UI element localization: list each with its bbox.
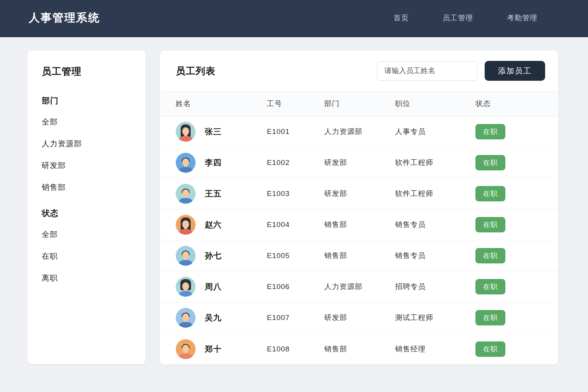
top-nav: 首页员工管理考勤管理 xyxy=(394,13,537,23)
table-row[interactable]: 吴九E1007研发部测试工程师在职 xyxy=(160,302,558,333)
column-header: 部门 xyxy=(324,99,395,109)
status-cell: 在职 xyxy=(475,279,542,294)
status-cell: 在职 xyxy=(475,341,542,357)
page-body: 员工管理 部门全部人力资源部研发部销售部状态全部在职离职 员工列表 添加员工 姓… xyxy=(0,37,588,365)
status-cell: 在职 xyxy=(475,155,542,170)
employee-department: 研发部 xyxy=(324,313,395,323)
employee-id: E1007 xyxy=(267,314,324,322)
name-cell: 周八 xyxy=(176,277,267,297)
column-header: 工号 xyxy=(267,99,324,109)
table-row[interactable]: 张三E1001人力资源部人事专员在职 xyxy=(160,116,558,147)
nav-item-3[interactable]: 考勤管理 xyxy=(507,13,537,23)
status-badge: 在职 xyxy=(475,124,505,139)
sidebar: 员工管理 部门全部人力资源部研发部销售部状态全部在职离职 xyxy=(27,50,146,364)
status-cell: 在职 xyxy=(475,310,542,325)
employee-avatar xyxy=(176,153,196,173)
employee-id: E1002 xyxy=(267,158,324,167)
table-row[interactable]: 赵六E1004销售部销售专员在职 xyxy=(160,209,558,240)
status-badge: 在职 xyxy=(475,217,505,232)
column-header: 状态 xyxy=(475,99,542,109)
table-row[interactable]: 李四E1002研发部软件工程师在职 xyxy=(160,147,558,178)
employee-avatar xyxy=(176,277,196,297)
employee-position: 销售专员 xyxy=(395,251,475,261)
status-badge: 在职 xyxy=(475,341,505,357)
employee-position: 软件工程师 xyxy=(395,189,475,199)
employee-name: 孙七 xyxy=(205,250,222,261)
nav-item-1[interactable]: 首页 xyxy=(394,13,409,23)
sidebar-title: 员工管理 xyxy=(42,65,136,78)
status-cell: 在职 xyxy=(475,186,542,201)
employee-name: 赵六 xyxy=(205,219,222,230)
employee-list-card: 员工列表 添加员工 姓名工号部门职位状态 张三E1001人力资源部人事专员在职李… xyxy=(160,50,559,365)
employee-name: 周八 xyxy=(205,281,222,292)
employee-avatar xyxy=(176,215,196,235)
employee-id: E1006 xyxy=(267,283,324,291)
table-body: 张三E1001人力资源部人事专员在职李四E1002研发部软件工程师在职王五E10… xyxy=(160,116,558,364)
sidebar-section-1: 部门全部人力资源部研发部销售部 xyxy=(42,95,136,193)
status-badge: 在职 xyxy=(475,279,505,294)
employee-name: 郑十 xyxy=(205,344,222,354)
status-cell: 在职 xyxy=(475,124,542,139)
employee-name: 王五 xyxy=(205,188,222,199)
employee-position: 招聘专员 xyxy=(395,282,475,292)
page-title: 员工列表 xyxy=(176,65,216,77)
employee-avatar xyxy=(176,184,196,204)
employee-position: 销售经理 xyxy=(395,344,475,354)
sidebar-sections: 部门全部人力资源部研发部销售部状态全部在职离职 xyxy=(42,95,136,283)
name-cell: 赵六 xyxy=(176,215,267,235)
status-badge: 在职 xyxy=(475,310,505,325)
app-title: 人事管理系统 xyxy=(29,10,100,26)
employee-department: 销售部 xyxy=(324,251,395,261)
employee-id: E1003 xyxy=(267,189,324,198)
employee-avatar xyxy=(176,246,196,266)
name-cell: 郑十 xyxy=(176,339,267,359)
employee-position: 销售专员 xyxy=(395,220,475,230)
name-cell: 孙七 xyxy=(176,246,267,266)
table-row[interactable]: 孙七E1005销售部销售专员在职 xyxy=(160,240,558,271)
name-cell: 王五 xyxy=(176,184,267,204)
sidebar-section-header: 状态 xyxy=(42,208,136,219)
employee-name: 张三 xyxy=(205,126,222,137)
sidebar-item[interactable]: 全部 xyxy=(42,229,136,240)
column-header: 姓名 xyxy=(176,99,267,109)
employee-department: 人力资源部 xyxy=(324,282,395,292)
sidebar-item[interactable]: 人力资源部 xyxy=(42,139,136,149)
name-cell: 张三 xyxy=(176,122,267,142)
add-employee-button[interactable]: 添加员工 xyxy=(485,61,545,81)
sidebar-item[interactable]: 在职 xyxy=(42,251,136,261)
table-row[interactable]: 王五E1003研发部软件工程师在职 xyxy=(160,178,558,209)
sidebar-item[interactable]: 离职 xyxy=(42,273,136,283)
sidebar-item[interactable]: 研发部 xyxy=(42,160,136,171)
status-badge: 在职 xyxy=(475,186,505,201)
employee-department: 研发部 xyxy=(324,158,395,168)
employee-id: E1008 xyxy=(267,345,324,353)
navbar: 人事管理系统 首页员工管理考勤管理 xyxy=(0,0,588,37)
table-row[interactable]: 周八E1006人力资源部招聘专员在职 xyxy=(160,271,558,302)
name-cell: 李四 xyxy=(176,153,267,173)
employee-avatar xyxy=(176,308,196,328)
sidebar-item[interactable]: 全部 xyxy=(42,117,136,127)
table-header-row: 姓名工号部门职位状态 xyxy=(160,91,558,116)
column-header: 职位 xyxy=(395,99,475,109)
nav-item-2[interactable]: 员工管理 xyxy=(443,13,473,23)
employee-department: 研发部 xyxy=(324,189,395,199)
name-cell: 吴九 xyxy=(176,308,267,328)
employee-department: 销售部 xyxy=(324,344,395,354)
table-row[interactable]: 郑十E1008销售部销售经理在职 xyxy=(160,333,558,364)
sidebar-item[interactable]: 销售部 xyxy=(42,182,136,193)
status-badge: 在职 xyxy=(475,155,505,170)
employee-position: 测试工程师 xyxy=(395,313,475,323)
employee-position: 软件工程师 xyxy=(395,158,475,168)
employee-name: 吴九 xyxy=(205,312,222,323)
employee-department: 人力资源部 xyxy=(324,127,395,137)
employee-department: 销售部 xyxy=(324,220,395,230)
employee-list-header: 员工列表 添加员工 xyxy=(160,51,558,91)
status-cell: 在职 xyxy=(475,248,542,263)
status-cell: 在职 xyxy=(475,217,542,232)
sidebar-section-2: 状态全部在职离职 xyxy=(42,208,136,283)
employee-avatar xyxy=(176,339,196,359)
header-actions: 添加员工 xyxy=(377,61,545,81)
status-badge: 在职 xyxy=(475,248,505,263)
employee-id: E1004 xyxy=(267,220,324,229)
search-input[interactable] xyxy=(377,61,477,81)
